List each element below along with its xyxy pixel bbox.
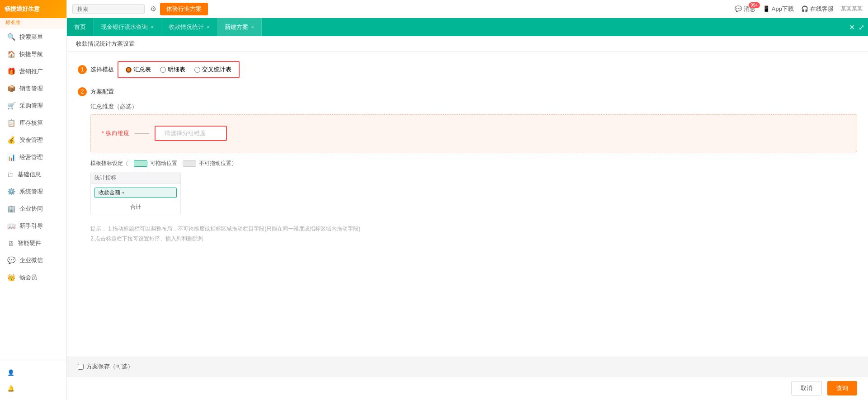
action-bar: 取消 查询 [67, 376, 868, 400]
sidebar-item-search[interactable]: 🔍搜索菜单 [0, 28, 66, 46]
operations-label: 经营管理 [19, 153, 43, 161]
dimension-section: 汇总维度（必选） * 纵向维度 —— 请选择分组维度 [90, 103, 857, 152]
app-download-btn[interactable]: 📱 App下载 [763, 5, 794, 13]
sidebar-item-extra2[interactable]: 🔔 [0, 381, 66, 396]
sidebar-item-extra1[interactable]: 👤 [0, 365, 66, 381]
tip-1: 提示： 1.拖动标题栏可以调整布局，不可跨维度或指标区域拖动栏目字段(只能在同一… [90, 224, 857, 234]
radio-crosstab[interactable]: 交叉统计表 [194, 66, 231, 74]
sidebar-edition: 标准版 [0, 18, 66, 28]
radio-crosstab-label: 交叉统计表 [202, 66, 231, 74]
radio-crosstab-input[interactable] [194, 67, 200, 73]
metrics-subtag: 合计 [91, 202, 180, 215]
radio-summary-input[interactable] [126, 67, 132, 73]
content-area: 收款情况统计方案设置 1 选择模板 汇总表 明细表 [67, 36, 868, 400]
sidebar-item-smart-hw[interactable]: 🖥智能硬件 [0, 235, 66, 252]
tabs-container: 首页现金银行流水查询×收款情况统计×新建方案× [67, 18, 849, 36]
corp-wechat-icon: 💬 [7, 256, 16, 264]
message-btn[interactable]: 💬 消息 99+ [735, 5, 755, 13]
tab-receipts-stat[interactable]: 收款情况统计× [161, 18, 217, 36]
step2-section: 2 方案配置 汇总维度（必选） * 纵向维度 —— 请选择分组维度 [78, 87, 857, 244]
query-button[interactable]: 查询 [827, 381, 857, 395]
legend-draggable-box [134, 160, 147, 167]
radio-detail[interactable]: 明细表 [160, 66, 185, 74]
radio-summary[interactable]: 汇总表 [126, 66, 151, 74]
save-plan-input[interactable] [78, 364, 84, 370]
tab-new-plan[interactable]: 新建方案× [217, 18, 262, 36]
sidebar-extra2-icon: 🔔 [7, 385, 14, 392]
quick-nav-label: 快捷导航 [19, 50, 43, 58]
save-plan-checkbox[interactable]: 方案保存（可选） [78, 362, 133, 371]
expand-window-btn[interactable]: ⤢ [859, 23, 864, 32]
step2-badge: 2 [78, 87, 87, 96]
step2-header: 2 方案配置 [78, 87, 857, 96]
cancel-button[interactable]: 取消 [791, 381, 822, 395]
online-service-label: 在线客服 [810, 5, 834, 13]
tab-bank-flow-label: 现金银行流水查询 [101, 23, 148, 31]
corp-collab-label: 企业协同 [19, 205, 43, 213]
system-label: 系统管理 [19, 188, 43, 196]
breadcrumb: 收款情况统计方案设置 [76, 40, 135, 47]
tab-bank-flow-close[interactable]: × [151, 24, 154, 30]
metrics-tag-label: 收款金额 [99, 189, 120, 197]
sidebar-item-member[interactable]: 👑畅会员 [0, 269, 66, 286]
search-icon: 🔍 [7, 33, 16, 41]
dim-arrow-icon: —— [135, 129, 149, 137]
tip-2: 2.点击标题栏下拉可设置排序、插入列和删除列 [90, 234, 857, 244]
dim-label: * 纵向维度 [102, 129, 129, 137]
system-icon: ⚙️ [7, 188, 16, 196]
tab-receipts-stat-close[interactable]: × [207, 24, 210, 30]
online-service-btn[interactable]: 🎧 在线客服 [801, 5, 834, 13]
tab-receipts-stat-label: 收款情况统计 [169, 23, 204, 31]
dim-placeholder[interactable]: 请选择分组维度 [155, 126, 227, 141]
tab-new-plan-close[interactable]: × [251, 24, 254, 30]
sidebar-item-finance[interactable]: 💰资金管理 [0, 132, 66, 149]
close-window-btn[interactable]: ✕ [849, 23, 855, 32]
sidebar-item-base-info[interactable]: 🗂基础信息 [0, 166, 66, 183]
app-icon: 📱 [763, 5, 770, 12]
metrics-tag-revenue[interactable]: 收款金额 ▾ [94, 188, 177, 198]
trial-btn[interactable]: 体验行业方案 [160, 3, 208, 15]
dimension-title: 汇总维度（必选） [90, 103, 857, 111]
dim-row: * 纵向维度 —— 请选择分组维度 [102, 126, 846, 141]
sidebar: 畅捷通好生意 标准版 🔍搜索菜单🏠快捷导航🎁营销推广📦销售管理🛒采购管理📋库存核… [0, 0, 67, 400]
legend-draggable: 可拖动位置 [134, 160, 177, 167]
sidebar-item-corp-collab[interactable]: 🏢企业协同 [0, 200, 66, 217]
gear-icon[interactable]: ⚙ [150, 5, 156, 13]
sidebar-item-corp-wechat[interactable]: 💬企业微信 [0, 252, 66, 269]
topbar-right: 💬 消息 99+ 📱 App下载 🎧 在线客服 某某某某 [735, 5, 863, 13]
sidebar-item-purchase[interactable]: 🛒采购管理 [0, 97, 66, 114]
metrics-area: 统计指标 收款金额 ▾ 合计 [90, 172, 181, 215]
sidebar-item-quick-nav[interactable]: 🏠快捷导航 [0, 46, 66, 63]
step1-badge: 1 [78, 65, 87, 74]
sidebar-item-operations[interactable]: 📊经营管理 [0, 149, 66, 166]
tab-home[interactable]: 首页 [67, 18, 94, 36]
sidebar-item-newbie-guide[interactable]: 📖新手引导 [0, 217, 66, 235]
marketing-label: 营销推广 [19, 67, 43, 75]
tab-bank-flow[interactable]: 现金银行流水查询× [94, 18, 161, 36]
smart-hw-label: 智能硬件 [18, 239, 41, 247]
marketing-icon: 🎁 [7, 67, 16, 75]
sidebar-item-system[interactable]: ⚙️系统管理 [0, 183, 66, 200]
sidebar-item-sales[interactable]: 📦销售管理 [0, 80, 66, 97]
member-icon: 👑 [7, 273, 16, 282]
tabbar: 首页现金银行流水查询×收款情况统计×新建方案× ✕ ⤢ [67, 18, 868, 36]
topbar: ⚙ 体验行业方案 💬 消息 99+ 📱 App下载 🎧 在线客服 某某某某 [67, 0, 868, 18]
base-info-label: 基础信息 [18, 170, 41, 179]
legend-undraggable-box [183, 160, 196, 167]
legend-draggable-label: 可拖动位置 [150, 160, 177, 167]
sidebar-item-marketing[interactable]: 🎁营销推广 [0, 63, 66, 80]
step1-header: 1 选择模板 汇总表 明细表 交叉统计表 [78, 61, 857, 78]
chevron-down-icon: ▾ [122, 190, 124, 195]
radio-detail-input[interactable] [160, 67, 166, 73]
save-plan-label: 方案保存（可选） [86, 362, 133, 371]
inventory-label: 库存核算 [19, 119, 43, 127]
search-label: 搜索菜单 [19, 33, 43, 41]
legend-undraggable: 不可拖动位置） [183, 160, 237, 167]
quick-nav-icon: 🏠 [7, 50, 16, 58]
logo-text: 畅捷通好生意 [5, 5, 40, 13]
step1-title: 选择模板 [90, 66, 114, 74]
sidebar-item-inventory[interactable]: 📋库存核算 [0, 114, 66, 132]
sidebar-bottom: 👤 🔔 [0, 361, 66, 400]
search-input[interactable] [72, 4, 145, 14]
tab-home-label: 首页 [74, 23, 86, 31]
